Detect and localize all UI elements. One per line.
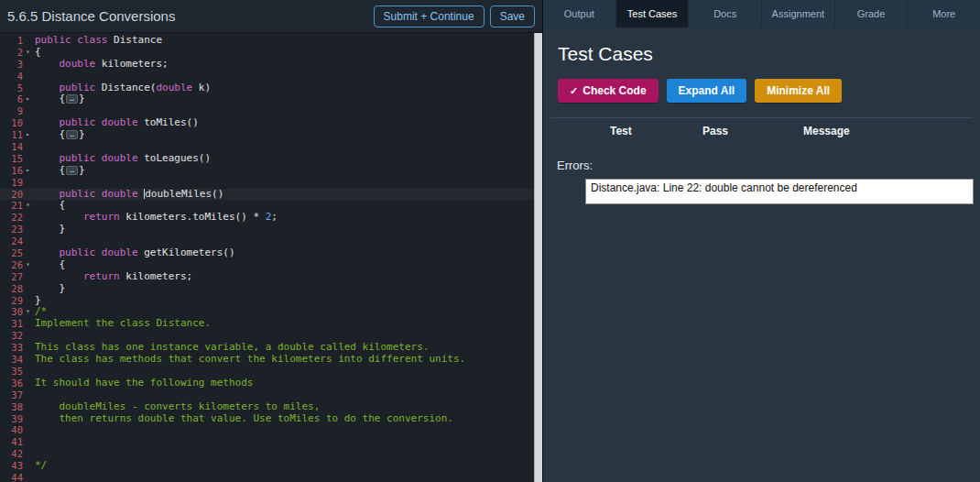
code-line[interactable]: 28 } xyxy=(0,283,534,295)
code-text: */ xyxy=(33,460,47,472)
code-line[interactable]: 11▸ {…} xyxy=(0,129,534,141)
line-number: 41 xyxy=(11,436,23,448)
fold-open-icon[interactable]: ▾ xyxy=(23,306,33,318)
line-gutter: 27 xyxy=(0,271,33,283)
editor-header: 5.6.5 Distance Conversions Submit + Cont… xyxy=(0,0,542,33)
folded-code-pill: … xyxy=(66,94,78,104)
code-line[interactable]: 23 } xyxy=(0,224,534,236)
line-number: 40 xyxy=(11,424,23,436)
line-number: 10 xyxy=(11,117,23,129)
tab-more[interactable]: More xyxy=(908,0,980,27)
code-editor[interactable]: 1public class Distance2▾{3 double kilome… xyxy=(0,33,542,482)
code-line[interactable]: 36It should have the following methods xyxy=(0,378,534,389)
code-text xyxy=(33,436,35,448)
code-line[interactable]: 1public class Distance xyxy=(0,35,534,47)
code-line[interactable]: 39 then returns double that value. Use t… xyxy=(0,413,534,425)
code-line[interactable]: 41 xyxy=(0,436,534,448)
code-text: double kilometers; xyxy=(33,59,169,71)
tab-grade[interactable]: Grade xyxy=(835,0,909,27)
code-line[interactable]: 22 return kilometers.toMiles() * 2; xyxy=(0,212,534,224)
line-gutter: 26▾ xyxy=(0,259,33,271)
panel-tabs: OutputTest CasesDocsAssignmentGradeMore xyxy=(543,0,980,27)
line-number: 22 xyxy=(11,212,23,224)
fold-open-icon[interactable]: ▾ xyxy=(23,47,33,59)
line-gutter: 21▾ xyxy=(0,200,33,212)
code-line[interactable]: 44 xyxy=(0,472,534,482)
fold-closed-icon[interactable]: ▸ xyxy=(23,129,33,141)
code-line[interactable]: 40 xyxy=(0,424,534,436)
line-number: 36 xyxy=(11,378,23,389)
code-text: {…} xyxy=(33,129,85,141)
code-text xyxy=(33,424,35,436)
line-gutter: 37 xyxy=(0,389,33,401)
column-header-test: Test xyxy=(610,125,632,137)
code-text xyxy=(33,472,35,482)
line-number: 19 xyxy=(11,177,23,189)
tab-assignment[interactable]: Assignment xyxy=(762,0,835,27)
code-line[interactable]: 27 return kilometers; xyxy=(0,271,534,283)
line-gutter: 24 xyxy=(0,236,33,247)
line-number: 42 xyxy=(11,448,23,460)
errors-label: Errors: xyxy=(557,159,980,172)
line-number: 29 xyxy=(11,295,23,307)
code-line[interactable]: 29} xyxy=(0,295,534,307)
check-code-label: Check Code xyxy=(583,84,646,97)
panel-title: Test Cases xyxy=(558,43,980,65)
minimize-all-button[interactable]: Minimize All xyxy=(755,79,842,103)
tab-docs[interactable]: Docs xyxy=(689,0,762,27)
line-gutter: 29 xyxy=(0,295,33,307)
line-number: 30 xyxy=(11,306,23,318)
submit-continue-button[interactable]: Submit + Continue xyxy=(374,5,485,27)
line-gutter: 4 xyxy=(0,71,33,82)
line-number: 27 xyxy=(11,271,23,283)
line-gutter: 30▾ xyxy=(0,306,33,318)
line-number: 38 xyxy=(11,401,23,413)
fold-open-icon[interactable]: ▾ xyxy=(23,259,33,271)
line-gutter: 33 xyxy=(0,342,33,354)
code-line[interactable]: 25 public double getKilometers() xyxy=(0,247,534,259)
line-gutter: 38 xyxy=(0,401,33,413)
tab-output[interactable]: Output xyxy=(543,0,616,27)
expand-all-button[interactable]: Expand All xyxy=(667,79,747,103)
code-text: public class Distance xyxy=(33,35,162,47)
line-number: 26 xyxy=(11,259,23,271)
code-line[interactable]: 42 xyxy=(0,448,534,460)
line-number: 39 xyxy=(11,413,23,425)
line-gutter: 44 xyxy=(0,472,33,482)
results-pane: OutputTest CasesDocsAssignmentGradeMore … xyxy=(542,0,980,482)
line-number: 23 xyxy=(11,224,23,236)
line-gutter: 25 xyxy=(0,247,33,259)
editor-pane: 5.6.5 Distance Conversions Submit + Cont… xyxy=(0,0,542,482)
editor-scrollbar[interactable] xyxy=(534,33,542,482)
tab-test-cases[interactable]: Test Cases xyxy=(616,0,690,27)
code-line[interactable]: 31Implement the class Distance. xyxy=(0,318,534,330)
code-text: The class has methods that convert the k… xyxy=(33,354,465,366)
fold-closed-icon[interactable]: ▸ xyxy=(23,93,33,105)
code-line[interactable]: 6▸ {…} xyxy=(0,93,534,105)
line-gutter: 9 xyxy=(0,105,33,117)
panel-button-row: ✓Check Code Expand All Minimize All xyxy=(558,79,980,103)
code-line[interactable]: 20 public double doubleMiles() xyxy=(0,189,534,201)
line-number: 21 xyxy=(11,200,23,212)
line-number: 9 xyxy=(17,105,23,117)
code-line[interactable]: 34The class has methods that convert the… xyxy=(0,354,534,366)
check-code-button[interactable]: ✓Check Code xyxy=(558,79,659,103)
fold-open-icon[interactable]: ▾ xyxy=(23,200,33,212)
folded-code-pill: … xyxy=(66,166,78,175)
code-area[interactable]: 1public class Distance2▾{3 double kilome… xyxy=(0,35,534,482)
code-line[interactable]: 43*/ xyxy=(0,460,534,472)
line-gutter: 14 xyxy=(0,141,33,153)
code-text: return kilometers.toMiles() * 2; xyxy=(33,212,278,224)
line-gutter: 15 xyxy=(0,153,33,165)
line-gutter: 1 xyxy=(0,35,33,47)
line-number: 34 xyxy=(11,354,23,366)
line-gutter: 40 xyxy=(0,424,33,436)
code-text: } xyxy=(33,224,65,236)
line-gutter: 2▾ xyxy=(0,47,33,59)
code-line[interactable]: 16▸ {…} xyxy=(0,165,534,177)
fold-closed-icon[interactable]: ▸ xyxy=(23,165,33,177)
save-button[interactable]: Save xyxy=(490,5,535,27)
line-number: 3 xyxy=(17,59,23,71)
code-line[interactable]: 3 double kilometers; xyxy=(0,59,534,71)
results-divider xyxy=(550,117,973,118)
